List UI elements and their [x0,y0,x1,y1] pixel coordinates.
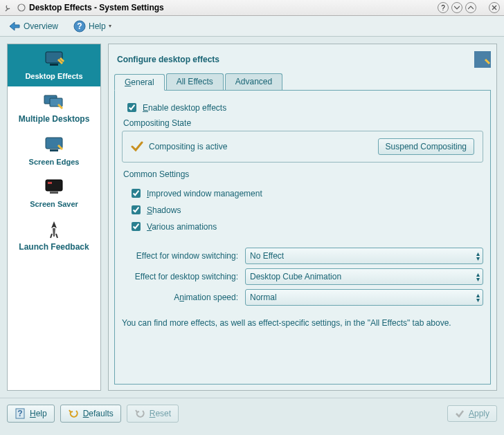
spinner-icon: ▴▾ [476,251,480,261]
tab-general[interactable]: General [114,74,165,91]
desktop-effects-icon [43,50,65,69]
svg-text:?: ? [77,21,82,31]
enable-effects-label: Enable desktop effects [143,103,226,113]
circle-icon [17,3,26,12]
common-settings-label: Common Settings [123,169,483,179]
svg-rect-9 [46,180,62,191]
window-title: Desktop Effects - System Settings [29,3,435,12]
tab-all-effects[interactable]: All Effects [166,73,224,90]
sidebar-item-label: Screen Edges [10,158,98,167]
desktop-switching-select[interactable]: Desktop Cube Animation ▴▾ [245,268,483,285]
content-title: Configure desktop effects [117,55,219,64]
check-icon [131,141,143,152]
content-panel: Configure desktop effects General All Ef… [108,44,497,391]
various-checkbox[interactable] [132,222,141,231]
svg-text:?: ? [17,409,22,418]
overview-button[interactable]: Overview [6,19,61,33]
svg-rect-10 [50,192,58,194]
spinner-icon: ▴▾ [476,293,480,302]
screen-edges-icon [43,136,65,155]
back-arrow-icon [8,21,21,32]
desktop-switching-label: Effect for desktop switching: [122,272,238,281]
svg-rect-8 [50,149,58,151]
config-icon [4,3,14,12]
tab-advanced[interactable]: Advanced [225,73,282,90]
suspend-compositing-button[interactable]: Suspend Compositing [378,138,474,155]
compositing-frame: Compositing is active Suspend Compositin… [122,131,483,163]
sidebar-item-desktop-effects[interactable]: Desktop Effects [8,44,100,86]
launch-feedback-icon [43,220,65,239]
sidebar-item-label: Multiple Desktops [10,114,98,124]
chevron-down-icon: ▾ [109,23,111,29]
svg-rect-11 [48,182,52,184]
check-icon [455,409,465,418]
window-titlebar: Desktop Effects - System Settings ? [0,0,504,16]
help-window-button[interactable]: ? [438,2,449,13]
improved-label: Improved window management [147,189,262,198]
window-switching-label: Effect for window switching: [122,251,238,261]
maximize-window-button[interactable] [465,2,476,13]
sidebar-item-label: Desktop Effects [10,72,98,81]
sidebar-item-label: Screen Saver [10,200,98,209]
minimize-window-button[interactable] [451,2,462,13]
help-button[interactable]: ? Help ▾ [71,19,114,34]
various-label: Various animations [147,222,217,232]
reset-button: Reset [127,405,179,423]
help-icon: ? [15,408,26,419]
help-icon: ? [73,20,86,33]
enable-effects-checkbox[interactable] [127,103,136,112]
sidebar: Desktop Effects Multiple Desktops Screen… [7,44,101,391]
screen-saver-icon [43,178,65,197]
tab-panel-general: Enable desktop effects Compositing State… [114,91,491,385]
svg-rect-12 [474,51,491,68]
improved-checkbox[interactable] [132,189,141,198]
compositing-group-label: Compositing State [123,118,483,128]
sidebar-item-launch-feedback[interactable]: Launch Feedback [8,214,100,257]
window-switching-select[interactable]: No Effect ▴▾ [245,248,483,264]
footer: ? Help Defaults Reset Apply [0,398,504,428]
toolbar: Overview ? Help ▾ [0,16,504,37]
compositing-status-text: Compositing is active [149,142,227,151]
apply-button: Apply [447,405,497,422]
defaults-button[interactable]: Defaults [60,405,121,423]
animation-speed-label: Animation speed: [122,293,238,302]
hint-text: You can find more effects, as well as ef… [122,317,483,329]
sidebar-item-multiple-desktops[interactable]: Multiple Desktops [8,86,100,129]
animation-speed-select[interactable]: Normal ▴▾ [245,289,483,306]
tabs: General All Effects Advanced [114,73,491,91]
sidebar-item-screen-edges[interactable]: Screen Edges [8,130,100,172]
sidebar-item-screen-saver[interactable]: Screen Saver [8,172,100,214]
undo-icon [68,408,79,419]
close-window-button[interactable] [489,2,500,13]
sidebar-item-label: Launch Feedback [10,242,98,252]
multiple-desktops-icon [43,92,65,111]
help-footer-button[interactable]: ? Help [7,405,55,423]
shadows-checkbox[interactable] [132,205,141,214]
content-header-icon [474,51,491,68]
svg-rect-4 [50,64,58,66]
undo-icon [134,408,145,419]
shadows-label: Shadows [147,205,181,215]
spinner-icon: ▴▾ [476,272,480,281]
svg-point-0 [18,4,25,11]
